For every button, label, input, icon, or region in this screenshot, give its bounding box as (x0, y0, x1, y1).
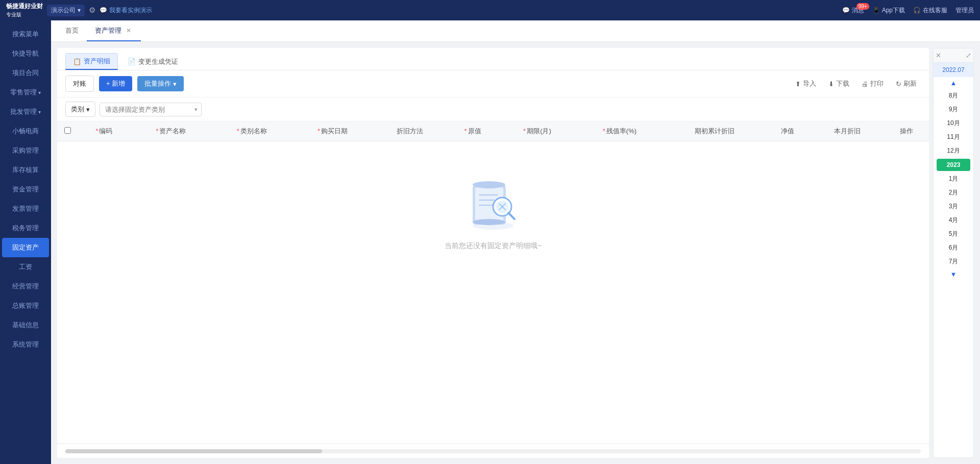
message-button[interactable]: 💬 消息 99+ (842, 6, 864, 15)
sidebar-item-label-wholesale: 批发管理 (10, 107, 37, 116)
sidebar-item-inventory[interactable]: 库存核算 (0, 160, 51, 180)
sidebar-item-fixed-asset[interactable]: 固定资产 (2, 238, 49, 257)
home-tab-label: 首页 (65, 26, 79, 35)
category-input-wrap: ▾ (100, 103, 202, 116)
month-item[interactable]: 6月 (934, 241, 973, 255)
month-item[interactable]: 2023 (937, 159, 970, 171)
demo-icon: 💬 (100, 7, 107, 14)
sidebar-item-sys-mgmt[interactable]: 系统管理 (0, 335, 51, 354)
select-all-checkbox[interactable] (64, 127, 71, 134)
sub-tab-change[interactable]: 📄 变更生成凭证 (120, 54, 186, 70)
sub-tab-detail[interactable]: 📋 资产明细 (65, 53, 118, 70)
month-item[interactable]: 2月 (934, 186, 973, 200)
month-item[interactable]: 10月 (934, 116, 973, 130)
filter-bar: 类别 ▾ ▾ (57, 97, 929, 121)
sidebar-item-purchase[interactable]: 采购管理 (0, 141, 51, 160)
category-filter[interactable]: 类别 ▾ (65, 102, 95, 117)
close-panel-icon[interactable]: ✕ (936, 52, 941, 59)
app-download-button[interactable]: 📱 App下载 (872, 6, 905, 15)
asset-table-wrap: *编码 *资产名称 *类别名称 *购买日期 折旧方法 *原值 *期限(月) *残… (57, 121, 929, 444)
svg-line-10 (508, 213, 514, 219)
top-bar: 畅捷通好业财专业版 演示公司 ▾ ⚙ 💬 我要看实例演示 💬 消息 99+ 📱 … (0, 0, 980, 20)
bottom-bar (57, 444, 929, 458)
sidebar-items: 搜索菜单快捷导航项目合同零售管理▾批发管理▾小畅电商采购管理库存核算资金管理发票… (0, 25, 51, 354)
expand-panel-icon[interactable]: ⤢ (966, 52, 971, 59)
download-button[interactable]: ⬇ 下载 (824, 77, 853, 91)
online-service-icon: 🎧 (913, 7, 921, 14)
month-item[interactable]: 9月 (934, 103, 973, 116)
refresh-label: 刷新 (903, 79, 917, 88)
sidebar-item-label-salary: 工资 (19, 262, 32, 272)
demo-link[interactable]: 💬 我要看实例演示 (100, 6, 152, 15)
refresh-button[interactable]: ↻ 刷新 (892, 77, 921, 91)
sidebar-item-business[interactable]: 经营管理 (0, 277, 51, 296)
table-header-row: *编码 *资产名称 *类别名称 *购买日期 折旧方法 *原值 *期限(月) *残… (57, 121, 929, 141)
toolbar-right: ⬆ 导入 ⬇ 下载 🖨 打印 ↻ 刷新 (791, 77, 921, 91)
settings-icon[interactable]: ⚙ (89, 6, 95, 15)
main-layout: 搜索菜单快捷导航项目合同零售管理▾批发管理▾小畅电商采购管理库存核算资金管理发票… (0, 20, 980, 464)
user-name[interactable]: 管理员 (955, 6, 974, 15)
company-selector[interactable]: 演示公司 ▾ (47, 5, 85, 16)
sidebar-item-label-tax: 税务管理 (12, 224, 39, 233)
sidebar-item-tax[interactable]: 税务管理 (0, 218, 51, 238)
batch-arrow-icon: ▾ (173, 80, 177, 88)
sidebar-item-label-sys-mgmt: 系统管理 (12, 340, 39, 349)
tab-home[interactable]: 首页 (57, 21, 87, 41)
import-button[interactable]: ⬆ 导入 (791, 77, 820, 91)
svg-point-4 (473, 219, 505, 225)
month-picker-current[interactable]: 2022.07 (934, 63, 973, 77)
month-item[interactable]: 4月 (934, 213, 973, 227)
month-item[interactable]: 8月 (934, 89, 973, 103)
category-input[interactable] (100, 103, 202, 116)
sidebar-item-arrow-retail: ▾ (38, 90, 41, 95)
category-arrow-icon: ▾ (86, 106, 90, 113)
month-item[interactable]: 1月 (934, 172, 973, 186)
print-label: 打印 (870, 79, 884, 88)
month-item[interactable]: 12月 (934, 144, 973, 158)
batch-button[interactable]: 批量操作 ▾ (137, 76, 184, 91)
month-item[interactable]: 11月 (934, 130, 973, 144)
message-icon: 💬 (842, 7, 850, 14)
sidebar-item-quick-nav[interactable]: 快捷导航 (0, 44, 51, 63)
empty-text: 当前您还没有固定资产明细哦~ (445, 241, 542, 251)
tab-close-icon[interactable]: ✕ (125, 27, 133, 35)
tab-asset[interactable]: 资产管理 ✕ (87, 21, 141, 41)
month-list: 8月9月10月11月12月20231月2月3月4月5月6月7月 (934, 89, 973, 268)
month-item[interactable]: 7月 (934, 255, 973, 268)
sidebar-item-wholesale[interactable]: 批发管理▾ (0, 102, 51, 121)
app-logo-text: 畅捷通好业财专业版 (6, 2, 43, 18)
print-button[interactable]: 🖨 打印 (857, 77, 888, 91)
month-item[interactable]: 3月 (934, 200, 973, 213)
message-badge: 99+ (856, 3, 869, 10)
month-item[interactable]: 5月 (934, 227, 973, 241)
add-label: + 新增 (106, 79, 125, 88)
month-picker-down-arrow[interactable]: ▼ (934, 268, 973, 280)
sidebar-item-project[interactable]: 项目合同 (0, 63, 51, 83)
sidebar-item-accounting[interactable]: 总账管理 (0, 296, 51, 315)
col-accumulated-depreciation: 期初累计折旧 (664, 121, 765, 141)
sidebar: 搜索菜单快捷导航项目合同零售管理▾批发管理▾小畅电商采购管理库存核算资金管理发票… (0, 20, 51, 464)
col-name: *资产名称 (131, 121, 211, 141)
sidebar-item-label-inventory: 库存核算 (12, 165, 39, 175)
sidebar-item-search[interactable]: 搜索菜单 (0, 25, 51, 44)
sub-tab-change-icon: 📄 (128, 58, 136, 65)
sidebar-item-invoice[interactable]: 发票管理 (0, 199, 51, 218)
sidebar-item-finance[interactable]: 资金管理 (0, 180, 51, 199)
sidebar-item-label-project: 项目合同 (12, 68, 39, 78)
reconcile-button[interactable]: 对账 (65, 76, 94, 92)
add-button[interactable]: + 新增 (99, 76, 132, 91)
sub-tab-change-label: 变更生成凭证 (138, 57, 178, 66)
sidebar-item-salary[interactable]: 工资 (0, 257, 51, 277)
empty-illustration (462, 172, 524, 233)
tab-bar: 首页 资产管理 ✕ (51, 20, 980, 42)
col-depreciation-method: 折旧方法 (373, 121, 447, 141)
col-category: *类别名称 (211, 121, 292, 141)
online-service-button[interactable]: 🎧 在线客服 (913, 6, 947, 15)
sidebar-item-label-search: 搜索菜单 (12, 30, 39, 39)
sidebar-item-ecommerce[interactable]: 小畅电商 (0, 121, 51, 141)
sidebar-item-retail[interactable]: 零售管理▾ (0, 83, 51, 102)
app-download-label: App下载 (882, 6, 905, 15)
sidebar-item-basic-info[interactable]: 基础信息 (0, 315, 51, 335)
month-picker-up-arrow[interactable]: ▲ (934, 77, 973, 89)
reconcile-label: 对账 (73, 79, 86, 88)
